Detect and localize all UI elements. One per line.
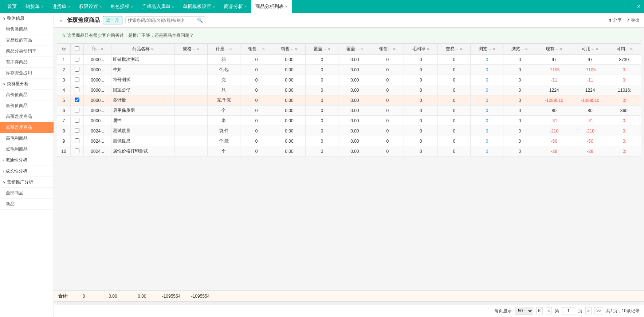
row-checkbox[interactable] xyxy=(71,75,84,85)
th-settings[interactable]: ⚙ xyxy=(57,44,71,55)
row-browse1[interactable]: 0 xyxy=(471,85,503,95)
row-cov2: 0.00 xyxy=(338,126,371,136)
sidebar-section-marketing[interactable]: ∨ 营销推广分析 xyxy=(0,177,54,188)
th-sales-days[interactable]: 销售... ⇅ xyxy=(371,44,404,55)
sidebar-item-stock-capital[interactable]: 库存资金占用 xyxy=(0,68,54,79)
row-browse1[interactable]: 0 xyxy=(471,75,503,85)
th-name[interactable]: 商品名称 ⇅ xyxy=(111,44,175,55)
sidebar-item-traded-goods[interactable]: 交易过的商品 xyxy=(0,35,54,46)
sidebar-item-stock-goods[interactable]: 有库存商品 xyxy=(0,57,54,68)
sidebar-item-sales-goods[interactable]: 销售类商品 xyxy=(0,24,54,35)
th-trade[interactable]: 交易... ⇅ xyxy=(438,44,471,55)
prev-page-btn[interactable]: < xyxy=(546,307,552,314)
sidebar-section-growth[interactable]: › 成长性分析 xyxy=(0,166,54,177)
th-sales-qty[interactable]: 销售... ⇅ xyxy=(240,44,273,55)
nav-tab-template[interactable]: 单据模板设置 × xyxy=(178,0,219,13)
table-container[interactable]: ⚙ 商... ⇅ 商品名称 ⇅ 规格... ⇅ 计量... ⇅ 销售... ⇅ … xyxy=(54,43,644,290)
close-permissions-tab[interactable]: × xyxy=(99,4,102,9)
th-checkbox[interactable] xyxy=(71,44,84,55)
row-checkbox[interactable] xyxy=(71,95,84,106)
row-checkbox[interactable] xyxy=(71,106,84,116)
period-button[interactable]: 近一月 xyxy=(103,16,122,24)
row-browse1[interactable]: 0 xyxy=(471,65,503,75)
nav-tab-analysis-list[interactable]: 商品分析列表 × xyxy=(251,0,292,13)
th-available[interactable]: 可用... ⇅ xyxy=(572,44,608,55)
row-checkbox[interactable] xyxy=(71,116,84,126)
row-browse1[interactable]: 0 xyxy=(471,106,503,116)
page-size-select[interactable]: 50 100 200 xyxy=(515,307,533,315)
row-browse1[interactable]: 0 xyxy=(471,95,503,106)
row-checkbox[interactable] xyxy=(71,126,84,136)
nav-tab-roles[interactable]: 角色授权 × xyxy=(106,0,137,13)
sidebar-section-marketing-arrow: ∨ xyxy=(3,180,5,184)
th-browse2[interactable]: 浏览... ⇅ xyxy=(503,44,536,55)
row-browse1[interactable]: 0 xyxy=(471,55,503,65)
sidebar-item-all-goods[interactable]: 全部商品 xyxy=(0,188,54,199)
row-browse1[interactable]: 0 xyxy=(471,146,503,156)
row-checkbox[interactable] xyxy=(71,136,84,146)
nav-tab-permissions[interactable]: 权限设置 × xyxy=(75,0,106,13)
close-analysis-list-tab[interactable]: × xyxy=(285,4,287,9)
sidebar-item-high-value[interactable]: 高价值商品 xyxy=(0,90,54,100)
row-browse1[interactable]: 0 xyxy=(471,126,503,136)
sidebar-item-category-rate[interactable]: 商品分类动销率 xyxy=(0,46,54,57)
sidebar-section-cluster[interactable]: ∨ 类群量分析 xyxy=(0,79,54,90)
sidebar-section-circulation[interactable]: › 流通性分析 xyxy=(0,155,54,166)
row-sales-amt: 0.00 xyxy=(273,65,306,75)
close-template-tab[interactable]: × xyxy=(213,4,215,9)
row-code: 0000... xyxy=(84,75,111,85)
last-page-btn[interactable]: >> xyxy=(594,307,603,314)
th-coverage1[interactable]: 覆盖... ⇅ xyxy=(306,44,338,55)
row-sales-qty: 0 xyxy=(240,126,273,136)
nav-tab-home[interactable]: 首页 xyxy=(3,0,21,13)
row-checkbox[interactable] xyxy=(71,55,84,65)
sidebar-item-low-value[interactable]: 低价值商品 xyxy=(0,100,54,111)
row-checkbox[interactable] xyxy=(71,65,84,75)
row-browse1[interactable]: 0 xyxy=(471,116,503,126)
close-sales-tab[interactable]: × xyxy=(41,4,43,9)
nav-tab-purchase[interactable]: 进货单 × xyxy=(48,0,74,13)
close-analysis-tab[interactable]: × xyxy=(244,4,247,9)
export-button[interactable]: ↗ 导出 xyxy=(626,17,640,23)
th-sales-amt[interactable]: 销售... ⇅ xyxy=(273,44,306,55)
select-all-checkbox[interactable] xyxy=(75,46,79,51)
row-browse1[interactable]: 0 xyxy=(471,136,503,146)
page-input[interactable] xyxy=(562,307,575,314)
close-all-tabs[interactable]: × xyxy=(637,3,640,10)
sidebar-item-new-goods[interactable]: 新品 xyxy=(0,199,54,210)
row-code: 0000... xyxy=(84,65,111,75)
collapse-sidebar-btn[interactable]: « xyxy=(58,17,64,23)
row-browse2: 0 xyxy=(503,95,536,106)
row-no: 6 xyxy=(57,106,71,116)
search-input[interactable] xyxy=(128,18,197,23)
nav-tab-analysis[interactable]: 商品分析 × xyxy=(220,0,251,13)
share-button[interactable]: ⬆ 分享 xyxy=(608,17,622,23)
row-unit: 克 xyxy=(207,75,240,85)
nav-tab-sales[interactable]: 销货单 × xyxy=(21,0,48,13)
next-page-btn[interactable]: > xyxy=(585,307,592,314)
th-code[interactable]: 商... ⇅ xyxy=(84,44,111,55)
row-current: 80 xyxy=(536,106,572,116)
th-coverage2[interactable]: 覆盖... ⇅ xyxy=(338,44,371,55)
th-margin[interactable]: 毛利率 ⇅ xyxy=(404,44,438,55)
close-production-tab[interactable]: × xyxy=(172,4,174,9)
row-checkbox[interactable] xyxy=(71,146,84,156)
th-spec[interactable]: 规格... ⇅ xyxy=(174,44,207,55)
row-checkbox[interactable] xyxy=(71,85,84,95)
th-current-stock[interactable]: 现有... ⇅ xyxy=(536,44,572,55)
th-browse1[interactable]: 浏览... ⇅ xyxy=(471,44,503,55)
th-saleable[interactable]: 可销... ⇅ xyxy=(608,44,641,55)
first-page-btn[interactable]: K xyxy=(536,307,543,314)
row-saleable: 0: xyxy=(608,75,641,85)
sidebar-item-low-margin[interactable]: 低毛利商品 xyxy=(0,144,54,155)
nav-tab-production[interactable]: 产成品入库单 × xyxy=(138,0,178,13)
row-saleable: 0: xyxy=(608,65,641,75)
horizontal-scrollbar[interactable] xyxy=(57,302,641,305)
close-purchase-tab[interactable]: × xyxy=(68,4,70,9)
close-roles-tab[interactable]: × xyxy=(131,4,133,9)
sidebar-item-high-coverage[interactable]: 高覆盖度商品 xyxy=(0,111,54,122)
sidebar-item-high-margin[interactable]: 高毛利商品 xyxy=(0,133,54,144)
sidebar-item-low-coverage[interactable]: 低覆盖度商品 xyxy=(0,122,54,133)
th-unit[interactable]: 计量... ⇅ xyxy=(207,44,240,55)
sidebar-section-general[interactable]: ∨ 整体信息 xyxy=(0,13,54,24)
